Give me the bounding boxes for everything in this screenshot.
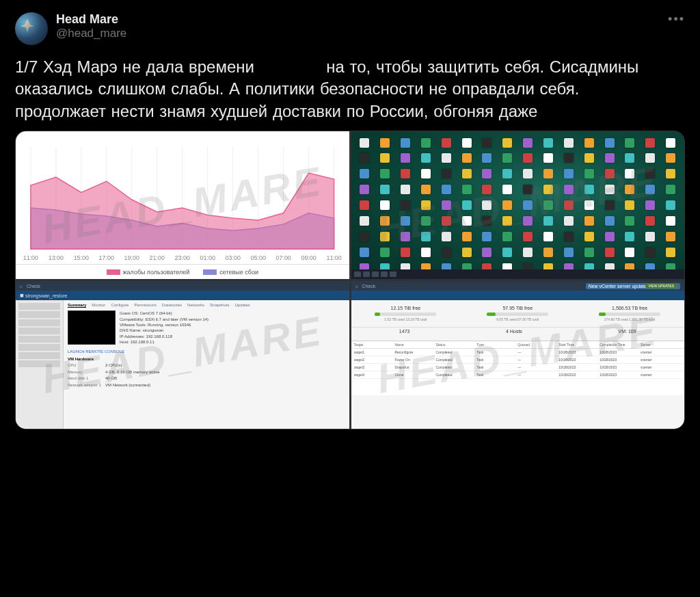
desktop-icon[interactable] — [416, 151, 435, 165]
desktop-icon[interactable] — [478, 167, 497, 181]
th[interactable]: Target — [354, 343, 395, 347]
admin-storage-pane[interactable]: ⌕ Check New vCenter server updates are a… — [351, 281, 685, 429]
desktop-icon[interactable] — [498, 230, 517, 244]
desktop-icon[interactable] — [620, 214, 639, 228]
launch-console-link[interactable]: LAUNCH REMOTE CONSOLE — [68, 349, 345, 354]
desktop-icon[interactable] — [437, 183, 456, 197]
desktop-icon[interactable] — [518, 135, 537, 150]
th[interactable]: Server — [641, 343, 682, 347]
table-row[interactable]: target1ReconfigureCompletedTask—10/28/20… — [351, 349, 685, 356]
desktop-icon[interactable] — [600, 214, 619, 228]
sidebar-item[interactable] — [18, 319, 60, 326]
desktop-icon[interactable] — [580, 135, 599, 150]
desktop-icon[interactable] — [416, 135, 435, 150]
desktop-icon[interactable] — [600, 135, 619, 150]
desktop-icon[interactable] — [539, 167, 558, 181]
desktop-icon[interactable] — [661, 214, 680, 228]
desktop-icon[interactable] — [396, 151, 415, 165]
desktop-icon[interactable] — [478, 198, 497, 213]
desktop-icon[interactable] — [559, 151, 578, 165]
desktop-icon[interactable] — [518, 230, 537, 244]
desktop-icon[interactable] — [580, 167, 599, 181]
desktop-icon[interactable] — [661, 135, 680, 150]
desktop-icon[interactable] — [580, 183, 599, 197]
desktop-icon[interactable] — [437, 167, 456, 181]
desktop-icon[interactable] — [478, 245, 497, 259]
chart-pane[interactable]: 11:0013:0015:0017:0019:0021:0023:0001:00… — [16, 131, 349, 279]
th[interactable]: Completion Time — [600, 343, 641, 347]
desktop-icon[interactable] — [416, 198, 435, 213]
tab-summary[interactable]: Summary — [68, 303, 86, 308]
desktop-icon[interactable] — [396, 198, 415, 213]
sidebar-item[interactable] — [18, 311, 60, 318]
tab-permissions[interactable]: Permissions — [134, 303, 157, 308]
desktop-icon[interactable] — [539, 230, 558, 244]
th[interactable]: Name — [394, 343, 435, 347]
tab-updates[interactable]: Updates — [234, 303, 250, 308]
desktop-icon[interactable] — [661, 245, 680, 259]
desktop-icon[interactable] — [559, 214, 578, 228]
sidebar-item[interactable] — [18, 328, 60, 334]
desktop-icon[interactable] — [559, 198, 578, 213]
desktop-icon[interactable] — [600, 151, 619, 165]
more-button[interactable]: ••• — [668, 12, 685, 27]
desktop-icon[interactable] — [498, 135, 517, 150]
desktop-icon[interactable] — [661, 230, 680, 244]
taskbar-item[interactable] — [354, 271, 361, 277]
desktop-icon[interactable] — [641, 167, 660, 181]
desktop-icon[interactable] — [396, 183, 415, 197]
desktop-icon[interactable] — [559, 135, 578, 150]
desktop-icon[interactable] — [498, 151, 517, 165]
desktop-icon[interactable] — [437, 151, 456, 165]
admin-vm-pane[interactable]: ⌕ Check ◼ strongswan_restore Summary — [16, 281, 349, 429]
author-block[interactable]: Head Mare @head_mare — [56, 12, 126, 40]
desktop-icon[interactable] — [518, 151, 537, 165]
desktop-icon[interactable] — [457, 183, 476, 197]
desktop-icon[interactable] — [539, 151, 558, 165]
desktop-icon[interactable] — [457, 151, 476, 165]
desktop-icon[interactable] — [375, 151, 394, 165]
desktop-icon[interactable] — [355, 167, 375, 181]
taskbar-item[interactable] — [363, 271, 370, 277]
sidebar-item[interactable] — [18, 360, 60, 367]
desktop-icon[interactable] — [498, 198, 517, 213]
desktop-icon[interactable] — [498, 214, 517, 228]
desktop-icon[interactable] — [539, 183, 558, 197]
desktop-pane[interactable]: HEAD_MARE — [351, 131, 685, 279]
desktop-icon[interactable] — [396, 135, 415, 150]
search-icon[interactable]: ⌕ — [20, 284, 23, 289]
table-row[interactable]: target4CloneCompletedTask—10/28/202310/2… — [351, 371, 685, 379]
desktop-icon[interactable] — [559, 183, 578, 197]
desktop-icon[interactable] — [478, 151, 497, 165]
tab-networks[interactable]: Networks — [187, 303, 204, 308]
desktop-icon[interactable] — [437, 230, 456, 244]
desktop-icon[interactable] — [478, 135, 497, 150]
th[interactable]: Start Time — [558, 343, 600, 347]
desktop-icon[interactable] — [580, 151, 599, 165]
desktop-icon[interactable] — [437, 214, 456, 228]
desktop-icon[interactable] — [375, 230, 394, 244]
desktop-icon[interactable] — [416, 230, 435, 244]
desktop-icon[interactable] — [416, 167, 435, 181]
desktop-icon[interactable] — [437, 135, 456, 150]
desktop-icon[interactable] — [457, 135, 476, 150]
desktop-icon[interactable] — [396, 245, 415, 259]
desktop-icon[interactable] — [620, 183, 639, 197]
desktop-icon[interactable] — [396, 230, 415, 244]
tab-configure[interactable]: Configure — [111, 303, 129, 308]
taskbar-item[interactable] — [381, 271, 388, 277]
desktop-icon[interactable] — [355, 214, 375, 228]
desktop-icon[interactable] — [641, 245, 660, 259]
desktop-icon[interactable] — [641, 183, 660, 197]
desktop-icon[interactable] — [641, 214, 660, 228]
taskbar-item[interactable] — [372, 271, 379, 277]
desktop-icon[interactable] — [396, 214, 415, 228]
desktop-icon[interactable] — [620, 245, 639, 259]
desktop-icon[interactable] — [539, 198, 558, 213]
vm-console-thumb[interactable] — [68, 310, 116, 345]
desktop-icon[interactable] — [600, 183, 619, 197]
desktop-icon[interactable] — [620, 198, 639, 213]
table-row[interactable]: target3SnapshotCompletedTask—10/28/20231… — [351, 364, 685, 371]
desktop-icon[interactable] — [416, 245, 435, 259]
desktop-icon[interactable] — [518, 198, 537, 213]
